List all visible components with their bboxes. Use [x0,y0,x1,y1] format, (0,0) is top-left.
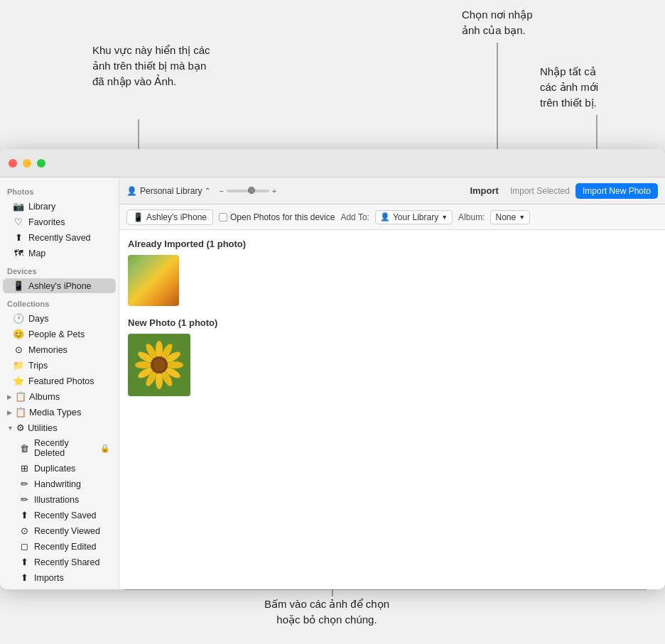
sidebar-duplicates-label: Duplicates [34,464,75,474]
sidebar-item-favorites[interactable]: ♡ Favorites [3,214,116,229]
sidebar-item-trips[interactable]: 📁 Trips [3,358,116,373]
sidebar-item-people-pets[interactable]: 😊 People & Pets [3,327,116,342]
sidebar-media-types-toggle[interactable]: ▶ 📋 Media Types [3,405,116,420]
sidebar-memories-label: Memories [28,345,67,355]
map-icon: 🗺 [13,248,24,258]
close-button[interactable] [9,159,17,168]
iphone-small-icon: 📱 [133,212,144,222]
sidebar-item-imports[interactable]: ⬆ Imports [3,570,116,585]
main-content: 👤 Personal Library ⌃ − + Import Import S… [119,178,665,589]
sidebar-item-map[interactable]: 🗺 Map [3,246,116,261]
svg-point-15 [156,372,163,389]
sidebar-albums-toggle[interactable]: ▶ 📋 Albums [3,389,116,404]
sidebar-item-recently-shared[interactable]: ⬆ Recently Shared [3,555,116,569]
sidebar-days-label: Days [28,314,48,324]
add-to-select[interactable]: 👤 Your Library ▼ [375,210,453,224]
sidebar-item-handwriting[interactable]: ✏ Handwriting [3,476,116,491]
sidebar-item-device[interactable]: 📱 Ashley's iPhone [3,278,116,293]
import-selected-button[interactable]: Import Selected [510,183,570,199]
sidebar-item-illustrations[interactable]: ✏ Illustrations [3,492,116,507]
sidebar-recently-shared-label: Recently Shared [34,557,99,567]
import-toolbar: 👤 Personal Library ⌃ − + Import Import S… [119,178,665,204]
open-photos-control[interactable]: Open Photos for this device [219,212,335,222]
media-types-icon: 📋 [15,407,26,417]
main-window: Photos 📷 Library ♡ Favorites ⬆ Recently … [0,149,665,589]
import-title: Import [470,185,498,196]
recently-deleted-icon: 🗑 [18,443,30,454]
sidebar-recently-deleted-label: Recently Deleted [34,438,96,458]
sidebar-item-duplicates[interactable]: ⊞ Duplicates [3,461,116,476]
featured-icon: ⭐ [13,376,24,386]
titlebar [0,149,665,178]
new-photo-title: New Photo (1 photo) [128,317,656,328]
device-tab[interactable]: 📱 Ashley's iPhone [126,209,213,225]
utilities-icon: ⚙ [16,422,25,433]
svg-point-22 [153,359,166,371]
sidebar-illustrations-label: Illustrations [34,495,79,505]
library-selector[interactable]: 👤 Personal Library ⌃ [126,186,210,196]
sidebar-item-recently-viewed[interactable]: ⊙ Recently Viewed [3,523,116,538]
sidebar-item-memories[interactable]: ⊙ Memories [3,342,116,357]
open-photos-checkbox[interactable] [219,213,227,222]
sidebar-library-label: Library [28,202,55,212]
zoom-plus-label[interactable]: + [272,187,276,195]
devices-section-header: Devices [0,261,119,278]
device-tab-label: Ashley's iPhone [146,212,207,222]
window-body: Photos 📷 Library ♡ Favorites ⬆ Recently … [0,178,665,589]
handwriting-icon: ✏ [18,479,30,489]
sidebar-item-library[interactable]: 📷 Library [3,199,116,214]
zoom-slider[interactable] [227,190,269,192]
library-chevron-icon: ⌃ [205,187,210,195]
imports-icon: ⬆ [18,572,30,583]
albums-icon: 📋 [15,391,26,402]
sidebar-device-label: Ashley's iPhone [28,281,92,291]
trips-icon: 📁 [13,360,24,371]
photo-area: Already Imported (1 photo) New Photo (1 … [119,230,665,589]
sidebar-map-label: Map [28,249,45,258]
memories-icon: ⊙ [13,344,24,355]
sidebar-recently-edited-label: Recently Edited [34,542,97,552]
sidebar-albums-label: Albums [29,391,60,402]
device-toolbar: 📱 Ashley's iPhone Open Photos for this d… [119,204,665,230]
already-imported-title: Already Imported (1 photo) [128,239,656,249]
utilities-chevron-icon: ▼ [7,425,13,432]
bottom-callout: Bấm vào các ảnh để chọnhoặc bỏ chọn chún… [227,596,426,631]
sidebar-recently-viewed-label: Recently Viewed [34,526,100,536]
sidebar-item-featured[interactable]: ⭐ Featured Photos [3,373,116,388]
already-imported-grid [128,255,656,306]
recently-saved2-icon: ⬆ [18,510,30,520]
sidebar-projects-label: Projects [29,588,63,589]
duplicates-icon: ⊞ [18,463,30,474]
library-name: Personal Library [140,186,202,196]
person-library-icon: 👤 [380,212,390,222]
left-callout: Khu vực này hiển thị cácảnh trên thiết b… [92,43,263,89]
svg-point-12 [166,361,183,369]
library-select-chevron: ▼ [441,214,448,221]
sidebar-item-recently-edited[interactable]: ◻ Recently Edited [3,539,116,554]
library-icon: 📷 [13,201,24,212]
sidebar-item-days[interactable]: 🕐 Days [3,311,116,326]
import-buttons: Import Selected Import New Photo [510,183,658,199]
favorites-icon: ♡ [13,217,24,227]
album-label: Album: [458,212,485,222]
recently-saved-icon: ⬆ [13,232,24,243]
sidebar-favorites-label: Favorites [28,217,65,227]
new-photo-1[interactable] [128,334,190,396]
sidebar-handwriting-label: Handwriting [34,479,81,489]
illustrations-icon: ✏ [18,494,30,505]
sidebar-item-recently-saved2[interactable]: ⬆ Recently Saved [3,508,116,523]
people-pets-icon: 😊 [13,329,24,339]
sidebar-item-recently-deleted[interactable]: 🗑 Recently Deleted 🔒 [3,436,116,460]
maximize-button[interactable] [37,159,45,168]
sidebar-utilities-toggle[interactable]: ▼ ⚙ Utilities [3,420,116,435]
minimize-button[interactable] [23,159,31,168]
new-photo-grid [128,334,656,396]
sidebar-projects-toggle[interactable]: ▶ 📁 Projects [3,586,116,589]
sidebar: Photos 📷 Library ♡ Favorites ⬆ Recently … [0,178,119,589]
sidebar-item-recently-saved[interactable]: ⬆ Recently Saved [3,230,116,245]
album-select[interactable]: None ▼ [490,210,530,224]
import-new-button[interactable]: Import New Photo [575,183,658,199]
recently-shared-icon: ⬆ [18,557,30,567]
zoom-minus-label[interactable]: − [219,187,223,195]
already-imported-photo-1[interactable] [128,255,179,306]
